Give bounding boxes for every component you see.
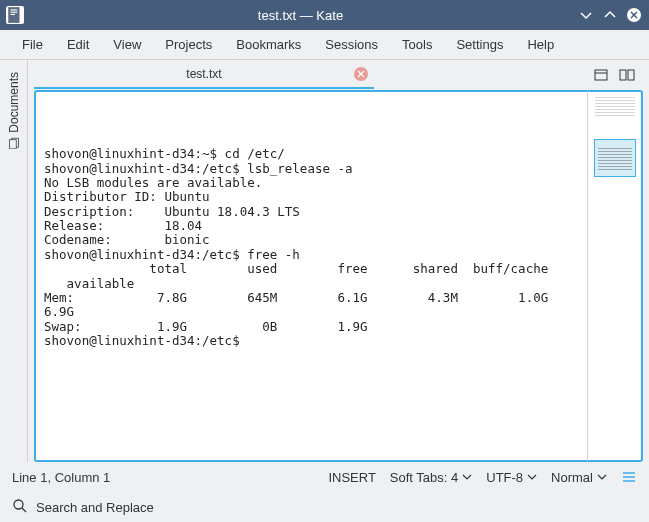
maximize-button[interactable] — [601, 6, 619, 24]
searchbar[interactable]: Search and Replace — [0, 492, 649, 522]
menu-file[interactable]: File — [10, 33, 55, 56]
svg-rect-9 — [628, 70, 634, 80]
minimap[interactable] — [587, 90, 643, 462]
chevron-down-icon — [597, 472, 607, 482]
chevron-down-icon — [527, 472, 537, 482]
svg-rect-1 — [11, 9, 18, 10]
insert-mode[interactable]: INSERT — [328, 470, 375, 485]
chevron-down-icon — [462, 472, 472, 482]
menu-bookmarks[interactable]: Bookmarks — [224, 33, 313, 56]
menu-help[interactable]: Help — [515, 33, 566, 56]
menubar: File Edit View Projects Bookmarks Sessio… — [0, 30, 649, 60]
encoding[interactable]: UTF-8 — [486, 470, 537, 485]
eol-label: Normal — [551, 470, 593, 485]
svg-rect-3 — [11, 14, 16, 15]
tab-label: test.txt — [186, 67, 221, 81]
menu-edit[interactable]: Edit — [55, 33, 101, 56]
app-icon — [6, 6, 24, 24]
close-button[interactable] — [625, 6, 643, 24]
minimap-block — [595, 96, 635, 116]
svg-rect-7 — [595, 70, 607, 80]
svg-rect-8 — [620, 70, 626, 80]
svg-point-10 — [14, 500, 23, 509]
window-title: test.txt — Kate — [24, 8, 577, 23]
minimap-viewport[interactable] — [595, 140, 635, 176]
menu-view[interactable]: View — [101, 33, 153, 56]
sidebar-documents-label: Documents — [7, 72, 21, 133]
left-sidebar: Documents — [0, 60, 28, 462]
menu-sessions[interactable]: Sessions — [313, 33, 390, 56]
tab-mode-label: Soft Tabs: 4 — [390, 470, 458, 485]
svg-rect-2 — [11, 12, 18, 13]
documents-icon — [7, 137, 21, 149]
menu-tools[interactable]: Tools — [390, 33, 444, 56]
search-label: Search and Replace — [36, 500, 154, 515]
eol-mode[interactable]: Normal — [551, 470, 607, 485]
menu-icon[interactable] — [621, 469, 637, 485]
menu-settings[interactable]: Settings — [444, 33, 515, 56]
sidebar-documents[interactable]: Documents — [5, 66, 23, 155]
tab-close-button[interactable] — [354, 67, 368, 81]
svg-rect-6 — [9, 140, 16, 149]
titlebar: test.txt — Kate — [0, 0, 649, 30]
split-view-icon[interactable] — [619, 67, 635, 83]
tab-test-txt[interactable]: test.txt — [34, 61, 374, 89]
encoding-label: UTF-8 — [486, 470, 523, 485]
statusbar: Line 1, Column 1 INSERT Soft Tabs: 4 UTF… — [0, 462, 649, 492]
cursor-position[interactable]: Line 1, Column 1 — [12, 470, 110, 485]
search-icon — [12, 498, 28, 517]
editor-area[interactable]: shovon@linuxhint-d34:~$ cd /etc/ shovon@… — [34, 90, 587, 462]
new-tab-icon[interactable] — [593, 67, 609, 83]
tab-mode[interactable]: Soft Tabs: 4 — [390, 470, 472, 485]
minimize-button[interactable] — [577, 6, 595, 24]
tabbar: test.txt — [28, 60, 649, 90]
menu-projects[interactable]: Projects — [153, 33, 224, 56]
